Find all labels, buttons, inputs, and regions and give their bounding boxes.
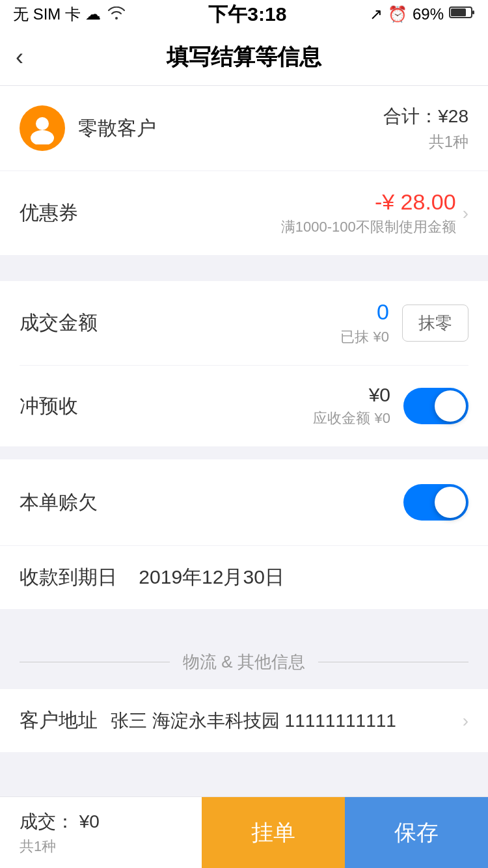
prereceipt-amounts: ¥0 应收金额 ¥0	[313, 384, 390, 428]
prereceipt-sub-amount: 应收金额 ¥0	[313, 409, 390, 428]
battery-icon	[449, 5, 475, 23]
toggle-knob	[435, 390, 466, 422]
bottom-count: 共1种	[20, 837, 182, 856]
address-row[interactable]: 客户地址 张三 海淀永丰科技园 11111111111 ›	[0, 689, 488, 752]
bottom-deal-amount: 成交： ¥0	[20, 809, 182, 834]
logistics-title: 物流 & 其他信息	[183, 651, 305, 673]
status-time: 下午3:18	[208, 1, 286, 28]
total-amount: 合计：¥28	[383, 104, 468, 129]
save-button[interactable]: 保存	[345, 797, 488, 868]
svg-point-4	[31, 130, 54, 144]
amount-sub-text: 已抹 ¥0	[340, 327, 389, 347]
logistics-line-right	[318, 662, 468, 662]
divider-1	[0, 268, 488, 281]
status-left: 无 SIM 卡 ☁	[13, 4, 126, 25]
duedate-row: 收款到期日 2019年12月30日	[0, 545, 488, 609]
round-zero-button[interactable]: 抹零	[402, 305, 468, 342]
logistics-line-left	[20, 662, 170, 662]
prereceipt-toggle[interactable]	[403, 388, 468, 424]
alarm-icon: ⏰	[388, 5, 407, 23]
total-count: 共1种	[383, 131, 468, 152]
transaction-amount-label: 成交金额	[20, 310, 98, 336]
coupon-row[interactable]: 优惠券 -¥ 28.00 满1000-100不限制使用金额 ›	[0, 170, 488, 255]
coupon-info: -¥ 28.00 满1000-100不限制使用金额	[281, 189, 456, 237]
divider-2	[0, 446, 488, 459]
avatar	[20, 105, 65, 151]
svg-rect-1	[451, 8, 466, 16]
nav-bar: ‹ 填写结算等信息	[0, 29, 488, 86]
debt-toggle[interactable]	[403, 484, 468, 521]
prereceipt-right: ¥0 应收金额 ¥0	[313, 384, 468, 428]
customer-row: 零散客户 合计：¥28 共1种	[0, 86, 488, 170]
debt-row: 本单赊欠	[0, 459, 488, 545]
page-title: 填写结算等信息	[167, 42, 321, 72]
battery-level: 69%	[413, 5, 444, 23]
prereceipt-main-amount: ¥0	[313, 384, 390, 406]
customer-right: 合计：¥28 共1种	[383, 104, 468, 152]
coupon-label: 优惠券	[20, 200, 78, 226]
duedate-label: 收款到期日	[20, 566, 117, 588]
wifi-icon	[107, 5, 126, 23]
amount-right: 0 已抹 ¥0 抹零	[340, 299, 468, 347]
deal-amount: ¥0	[79, 811, 100, 832]
logistics-section: 物流 & 其他信息	[0, 635, 488, 689]
debt-section: 本单赊欠 收款到期日 2019年12月30日	[0, 459, 488, 609]
debt-toggle-knob	[435, 487, 466, 518]
address-chevron-icon: ›	[463, 711, 468, 731]
location-icon: ↗	[370, 5, 383, 23]
amount-section: 成交金额 0 已抹 ¥0 抹零	[0, 281, 488, 366]
duedate-text: 收款到期日 2019年12月30日	[20, 566, 284, 588]
divider-3	[0, 622, 488, 635]
debt-label: 本单赊欠	[20, 489, 98, 516]
address-content: 张三 海淀永丰科技园 11111111111	[111, 709, 450, 733]
sim-status: 无 SIM 卡 ☁	[13, 4, 101, 25]
bottom-bar: 成交： ¥0 共1种 挂单 保存	[0, 796, 488, 868]
svg-point-3	[36, 117, 49, 130]
status-bar: 无 SIM 卡 ☁ 下午3:18 ↗ ⏰ 69%	[0, 0, 488, 29]
transaction-amount-value: 0	[340, 299, 389, 325]
coupon-discount: -¥ 28.00	[281, 189, 456, 215]
customer-name: 零散客户	[78, 115, 156, 142]
amount-value-wrap: 0 已抹 ¥0	[340, 299, 389, 347]
bottom-info: 成交： ¥0 共1种	[0, 797, 202, 868]
pending-button[interactable]: 挂单	[202, 797, 345, 868]
back-button[interactable]: ‹	[16, 44, 23, 71]
address-section: 客户地址 张三 海淀永丰科技园 11111111111 ›	[0, 689, 488, 752]
prereceipt-label: 冲预收	[20, 393, 78, 420]
deal-label: 成交：	[20, 811, 74, 832]
svg-rect-2	[472, 10, 474, 14]
prereceipt-row: 冲预收 ¥0 应收金额 ¥0	[0, 366, 488, 446]
transaction-amount-row: 成交金额 0 已抹 ¥0 抹零	[20, 281, 468, 366]
customer-section: 零散客户 合计：¥28 共1种 优惠券 -¥ 28.00 满1000-100不限…	[0, 86, 488, 255]
chevron-right-icon: ›	[463, 203, 468, 224]
coupon-right: -¥ 28.00 满1000-100不限制使用金额 ›	[281, 189, 468, 237]
customer-left: 零散客户	[20, 105, 156, 151]
address-label: 客户地址	[20, 707, 98, 734]
duedate-value: 2019年12月30日	[139, 566, 284, 588]
status-right: ↗ ⏰ 69%	[370, 5, 475, 23]
logistics-header: 物流 & 其他信息	[0, 635, 488, 689]
coupon-description: 满1000-100不限制使用金额	[281, 217, 456, 237]
